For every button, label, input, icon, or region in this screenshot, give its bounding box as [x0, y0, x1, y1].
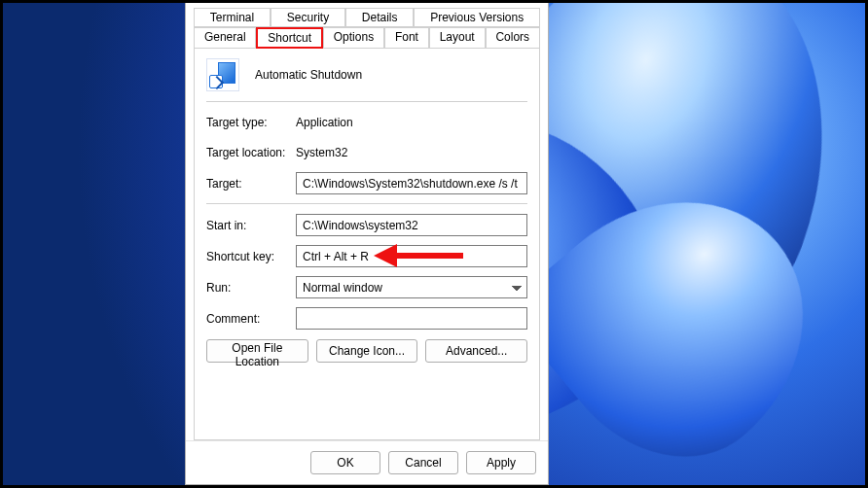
label-comment: Comment:: [206, 312, 296, 326]
separator: [206, 101, 527, 102]
tab-terminal[interactable]: Terminal: [194, 8, 271, 27]
value-target-type: Application: [296, 116, 527, 129]
tab-details[interactable]: Details: [345, 8, 414, 27]
start-in-input[interactable]: [296, 214, 527, 236]
label-target-type: Target type:: [206, 116, 296, 129]
open-file-location-button[interactable]: Open File Location: [206, 339, 308, 363]
comment-input[interactable]: [296, 307, 527, 330]
tab-previous-versions[interactable]: Previous Versions: [414, 8, 540, 27]
shortcut-tab-panel: Automatic Shutdown Target type: Applicat…: [194, 48, 540, 440]
tab-options[interactable]: Options: [323, 27, 384, 49]
label-target-location: Target location:: [206, 146, 296, 159]
change-icon-button[interactable]: Change Icon...: [316, 339, 418, 363]
tab-strip: Terminal Security Details Previous Versi…: [186, 3, 548, 48]
label-shortcut-key: Shortcut key:: [206, 250, 296, 263]
run-select[interactable]: Normal window: [296, 276, 527, 298]
tab-layout[interactable]: Layout: [429, 27, 486, 49]
tab-security[interactable]: Security: [271, 8, 345, 27]
separator: [206, 203, 527, 204]
value-target-location: System32: [296, 146, 527, 159]
apply-button[interactable]: Apply: [466, 451, 536, 474]
shortcut-key-input[interactable]: [296, 245, 527, 267]
ok-button[interactable]: OK: [310, 451, 380, 474]
dialog-footer: OK Cancel Apply: [186, 440, 548, 484]
cancel-button[interactable]: Cancel: [388, 451, 458, 474]
advanced-button[interactable]: Advanced...: [425, 339, 527, 363]
tab-shortcut[interactable]: Shortcut: [256, 27, 322, 49]
shortcut-title: Automatic Shutdown: [255, 68, 362, 82]
tab-font[interactable]: Font: [384, 27, 429, 49]
tab-colors[interactable]: Colors: [486, 27, 540, 49]
properties-dialog: Terminal Security Details Previous Versi…: [185, 3, 549, 485]
label-target: Target:: [206, 177, 296, 191]
label-start-in: Start in:: [206, 219, 296, 232]
target-input[interactable]: [296, 172, 527, 194]
shortcut-file-icon: [206, 58, 239, 91]
label-run: Run:: [206, 281, 296, 295]
tab-general[interactable]: General: [194, 27, 256, 49]
